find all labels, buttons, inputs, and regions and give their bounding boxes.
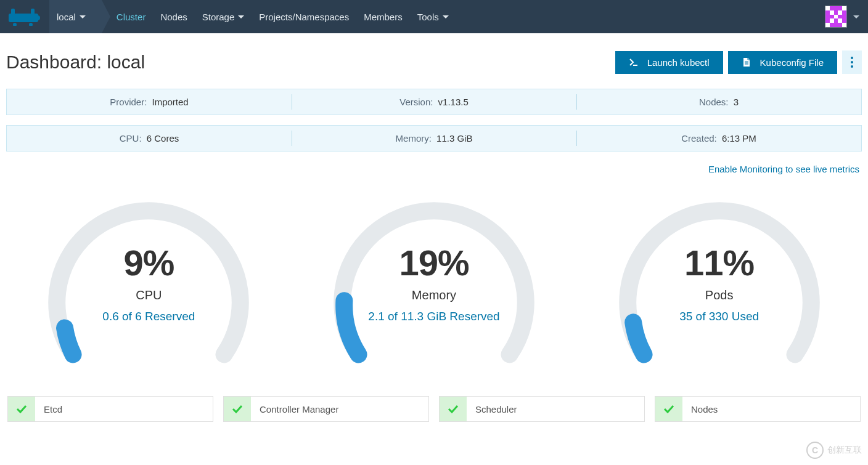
chevron-down-icon <box>443 15 449 18</box>
logo[interactable] <box>0 0 49 33</box>
gauge-pods-percent: 11% <box>608 242 830 283</box>
health-scheduler[interactable]: Scheduler <box>439 396 645 422</box>
nav-local-label: local <box>57 12 76 22</box>
terminal-icon <box>629 58 639 67</box>
gauge-memory-label: Memory <box>323 288 545 302</box>
gauge-pods: 11% Pods 35 of 330 Used <box>608 193 830 365</box>
gauge-memory: 19% Memory 2.1 of 11.3 GiB Reserved <box>323 193 545 365</box>
check-icon <box>224 397 251 421</box>
gauge-pods-detail: 35 of 330 Used <box>608 310 830 323</box>
check-icon <box>655 397 682 421</box>
svg-rect-2 <box>31 9 35 15</box>
page-title: Dashboard: local <box>6 52 145 73</box>
info-provider: Provider: Imported <box>7 89 292 115</box>
info-memory: Memory: 11.3 GiB <box>292 126 576 151</box>
gauge-pods-label: Pods <box>608 288 830 302</box>
avatar <box>825 6 847 28</box>
gauge-memory-detail: 2.1 of 11.3 GiB Reserved <box>323 310 545 323</box>
gauge-cpu: 9% CPU 0.6 of 6 Reserved <box>38 193 260 365</box>
chevron-down-icon <box>80 15 86 18</box>
health-row: Etcd Controller Manager Scheduler Nodes <box>6 396 862 422</box>
rancher-logo-icon <box>9 7 41 26</box>
nav-tools[interactable]: Tools <box>410 0 456 33</box>
enable-monitoring-link[interactable]: Enable Monitoring to see live metrics <box>6 161 862 180</box>
cluster-info-row-2: CPU: 6 Cores Memory: 11.3 GiB Created: 6… <box>6 125 862 152</box>
gauges-row: 9% CPU 0.6 of 6 Reserved 19% Memory 2.1 … <box>6 180 862 396</box>
nav-local-dropdown[interactable]: local <box>49 0 102 33</box>
page-header: Dashboard: local Launch kubectl Kubeconf… <box>6 51 862 74</box>
gauge-memory-percent: 19% <box>323 242 545 283</box>
nav-storage[interactable]: Storage <box>195 0 252 33</box>
svg-rect-0 <box>9 14 38 22</box>
health-controller-manager[interactable]: Controller Manager <box>223 396 429 422</box>
svg-rect-1 <box>11 9 15 15</box>
gauge-cpu-detail: 0.6 of 6 Reserved <box>38 310 260 323</box>
file-icon <box>742 58 751 67</box>
kebab-icon <box>851 57 853 68</box>
check-icon <box>440 397 467 421</box>
svg-point-5 <box>29 23 33 26</box>
nav-nodes[interactable]: Nodes <box>153 0 194 33</box>
check-icon <box>8 397 35 421</box>
info-nodes: Nodes: 3 <box>576 89 861 115</box>
nav-projects[interactable]: Projects/Namespaces <box>252 0 356 33</box>
gauge-cpu-percent: 9% <box>38 242 260 283</box>
info-created: Created: 6:13 PM <box>576 126 861 151</box>
cluster-info-row-1: Provider: Imported Version: v1.13.5 Node… <box>6 89 862 115</box>
health-etcd[interactable]: Etcd <box>7 396 213 422</box>
chevron-down-icon <box>853 15 859 18</box>
svg-point-4 <box>13 23 17 26</box>
info-cpu: CPU: 6 Cores <box>7 126 292 151</box>
chevron-down-icon <box>238 15 244 18</box>
gauge-cpu-label: CPU <box>38 288 260 302</box>
info-version: Version: v1.13.5 <box>292 89 576 115</box>
user-menu[interactable] <box>816 6 868 28</box>
nav-members[interactable]: Members <box>356 0 410 33</box>
health-nodes[interactable]: Nodes <box>655 396 861 422</box>
launch-kubectl-button[interactable]: Launch kubectl <box>615 51 723 74</box>
kubeconfig-button[interactable]: Kubeconfig File <box>728 51 837 74</box>
svg-point-3 <box>35 15 40 20</box>
top-nav: local Cluster Nodes Storage Projects/Nam… <box>0 0 868 33</box>
more-actions-button[interactable] <box>842 51 862 74</box>
